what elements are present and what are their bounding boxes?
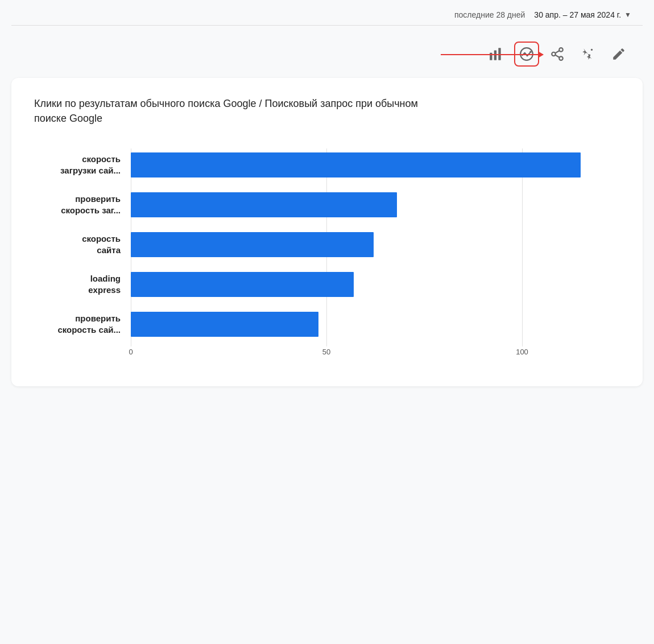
bar-container-1: [131, 150, 620, 180]
chart-area: скорость загрузки сай... проверить скоро…: [34, 148, 620, 364]
svg-point-6: [559, 56, 563, 60]
bar-container-2: [131, 190, 620, 220]
bar-container-3: [131, 230, 620, 259]
bar-4: [131, 272, 354, 297]
svg-line-7: [555, 55, 559, 57]
bar-row-2: проверить скорость заг...: [34, 188, 620, 221]
bar-row-4: loading express: [34, 268, 620, 301]
svg-point-4: [559, 48, 563, 52]
x-tick-100: 100: [516, 348, 528, 356]
share-icon: [550, 47, 565, 61]
chart-card: Клики по результатам обычного поиска Goo…: [11, 78, 643, 386]
bar-container-4: [131, 270, 620, 299]
edit-icon: [611, 47, 626, 61]
bar-1: [131, 152, 581, 177]
x-axis-ticks: 0 50 100: [131, 348, 620, 364]
date-label: последние 28 дней: [454, 10, 525, 19]
bar-3: [131, 232, 374, 257]
date-range[interactable]: 30 апр. – 27 мая 2024 г. ▼: [534, 10, 631, 19]
share-button[interactable]: [545, 42, 570, 67]
bar-label-5: проверить скорость сай...: [34, 313, 131, 336]
x-axis: 0 50 100: [131, 348, 620, 364]
bar-label-1: скорость загрузки сай...: [34, 154, 131, 177]
bars-section: скорость загрузки сай... проверить скоро…: [34, 148, 620, 364]
edit-button[interactable]: [606, 42, 631, 67]
bar-label-3: скорость сайта: [34, 233, 131, 257]
bar-container-5: [131, 309, 620, 339]
bar-label-4: loading express: [34, 273, 131, 296]
bar-row-5: проверить скорость сай...: [34, 308, 620, 341]
divider: [11, 25, 643, 26]
bar-label-2: проверить скорость заг...: [34, 193, 131, 217]
arrow-line: [441, 54, 543, 55]
sparkle-icon: [581, 47, 595, 61]
chart-title: Клики по результатам обычного поиска Goo…: [34, 96, 444, 126]
toolbar-row: [0, 37, 654, 72]
svg-point-9: [591, 49, 593, 51]
bar-row-3: скорость сайта: [34, 228, 620, 261]
bar-5: [131, 312, 318, 337]
svg-line-8: [555, 51, 559, 53]
bar-2: [131, 192, 397, 217]
svg-rect-1: [494, 51, 496, 60]
svg-point-5: [552, 52, 556, 56]
chevron-down-icon: ▼: [624, 11, 631, 19]
top-bar: последние 28 дней 30 апр. – 27 мая 2024 …: [0, 0, 654, 25]
annotation-arrow: [441, 54, 543, 55]
x-tick-0: 0: [129, 348, 133, 356]
bar-row-1: скорость загрузки сай...: [34, 148, 620, 181]
sparkle-button[interactable]: [576, 42, 601, 67]
x-tick-50: 50: [322, 348, 330, 356]
date-range-text: 30 апр. – 27 мая 2024 г.: [534, 10, 621, 19]
